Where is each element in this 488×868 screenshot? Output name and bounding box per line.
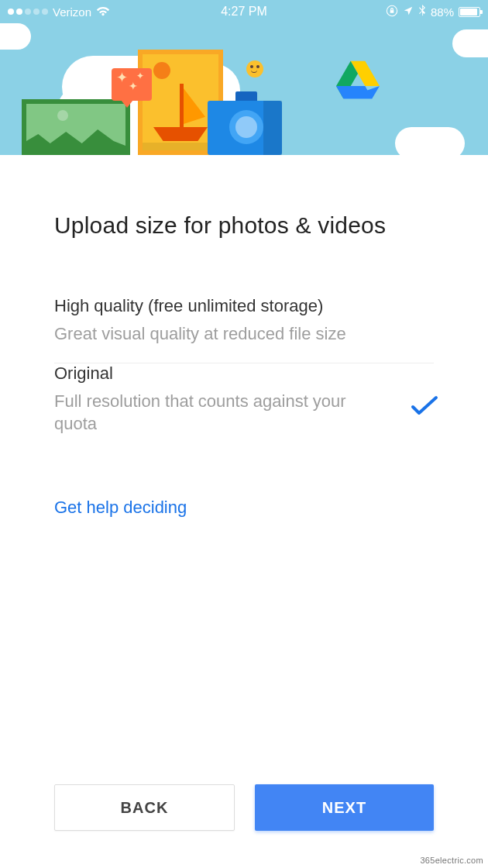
cloud-icon (395, 127, 465, 155)
svg-marker-3 (336, 86, 372, 98)
status-bar: Verizon 4:27 PM 88% (0, 0, 488, 23)
battery-percent-label: 88% (431, 5, 454, 19)
help-deciding-link[interactable]: Get help deciding (54, 498, 187, 518)
footer-actions: BACK NEXT (54, 784, 434, 831)
landscape-photo-icon (22, 99, 130, 155)
signal-strength-icon (8, 9, 48, 15)
option-original[interactable]: Original Full resolution that counts aga… (54, 363, 434, 453)
main-content: Upload size for photos & videos High qua… (0, 192, 488, 868)
screen: ✦ ✦ ✦ Verizon 4:27 PM (0, 0, 488, 868)
option-title: Original (54, 363, 434, 384)
chat-bubble-icon: ✦ ✦ ✦ (112, 68, 152, 101)
page-title: Upload size for photos & videos (54, 212, 434, 239)
bluetooth-icon (418, 5, 426, 19)
upload-size-options: High quality (free unlimited storage) Gr… (54, 296, 434, 453)
sun-emoji-icon (246, 60, 263, 78)
option-high-quality[interactable]: High quality (free unlimited storage) Gr… (54, 296, 434, 363)
checkmark-icon (411, 395, 438, 420)
cloud-icon (0, 23, 31, 50)
option-description: Great visual quality at reduced file siz… (54, 322, 434, 346)
next-button[interactable]: NEXT (255, 784, 434, 831)
location-icon (403, 5, 414, 19)
watermark-label: 365electric.com (420, 856, 483, 865)
back-button[interactable]: BACK (54, 784, 235, 831)
camera-icon (208, 101, 282, 155)
option-title: High quality (free unlimited storage) (54, 296, 434, 316)
orientation-lock-icon (386, 5, 398, 19)
google-drive-icon (336, 60, 380, 99)
carrier-label: Verizon (53, 5, 91, 19)
battery-icon (459, 7, 480, 17)
wifi-icon (96, 6, 110, 17)
hero-illustration: ✦ ✦ ✦ (0, 0, 488, 155)
cloud-icon (452, 29, 488, 57)
clock-label: 4:27 PM (221, 5, 267, 19)
option-description: Full resolution that counts against your… (54, 390, 434, 436)
